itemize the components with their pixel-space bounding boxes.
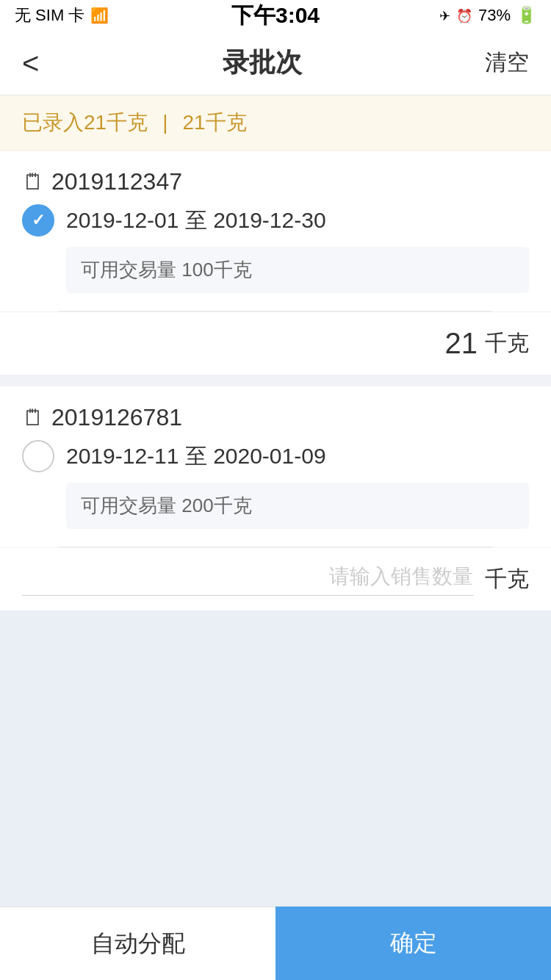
back-button[interactable]: < bbox=[22, 48, 39, 78]
batch-card-1: 🗒 2019112347 2019-12-01 至 2019-12-30 可用交… bbox=[0, 151, 551, 375]
alarm-icon bbox=[456, 6, 472, 25]
quantity-row-2: 请输入销售数量 千克 bbox=[0, 547, 551, 610]
section-separator bbox=[0, 375, 551, 386]
doc-icon-2: 🗒 bbox=[22, 406, 44, 430]
status-left: 无 SIM 卡 bbox=[15, 4, 109, 26]
batch-item-2: 🗒 2019126781 2019-12-11 至 2020-01-09 可用交… bbox=[0, 386, 551, 547]
doc-icon-1: 🗒 bbox=[22, 170, 44, 195]
nav-bar: < 录批次 清空 bbox=[0, 31, 551, 96]
recorded-amount: 已录入21千克 bbox=[22, 109, 148, 137]
status-time: 下午3:04 bbox=[231, 1, 320, 31]
main-content: 🗒 2019112347 2019-12-01 至 2019-12-30 可用交… bbox=[0, 151, 551, 980]
battery-icon: 🔋 bbox=[516, 6, 536, 25]
quantity-unit-1: 千克 bbox=[485, 328, 529, 359]
location-icon bbox=[439, 6, 450, 25]
check-circle-2[interactable] bbox=[22, 440, 54, 472]
batch-date-row-2: 2019-12-11 至 2020-01-09 bbox=[22, 440, 529, 472]
batch-date-2: 2019-12-11 至 2020-01-09 bbox=[66, 442, 326, 472]
check-circle-1[interactable] bbox=[22, 204, 54, 237]
batch-card-2: 🗒 2019126781 2019-12-11 至 2020-01-09 可用交… bbox=[0, 386, 551, 610]
status-bar: 无 SIM 卡 下午3:04 73% 🔋 bbox=[0, 0, 551, 31]
batch-date-row-1: 2019-12-01 至 2019-12-30 bbox=[22, 204, 529, 237]
batch-number-1: 2019112347 bbox=[51, 168, 182, 195]
batch-available-2: 可用交易量 200千克 bbox=[66, 483, 529, 529]
confirm-button[interactable]: 确定 bbox=[276, 907, 551, 980]
batch-item-1: 🗒 2019112347 2019-12-01 至 2019-12-30 可用交… bbox=[0, 151, 551, 311]
bottom-bar: 自动分配 确定 bbox=[0, 907, 551, 980]
batch-date-1: 2019-12-01 至 2019-12-30 bbox=[66, 206, 326, 236]
batch-header-1: 🗒 2019112347 bbox=[22, 168, 529, 195]
auto-distribute-button[interactable]: 自动分配 bbox=[0, 907, 276, 980]
quantity-value-1: 21 bbox=[445, 327, 478, 360]
banner-divider: | bbox=[162, 111, 168, 134]
quantity-input-wrapper-2: 请输入销售数量 bbox=[22, 563, 473, 596]
quantity-unit-2: 千克 bbox=[485, 564, 529, 594]
quantity-row-1: 21 千克 bbox=[0, 311, 551, 375]
batch-available-1: 可用交易量 100千克 bbox=[66, 247, 529, 293]
quantity-placeholder-2: 请输入销售数量 bbox=[329, 563, 473, 591]
battery-level: 73% bbox=[478, 6, 511, 25]
clear-button[interactable]: 清空 bbox=[485, 48, 529, 78]
batch-header-2: 🗒 2019126781 bbox=[22, 404, 529, 431]
batch-number-2: 2019126781 bbox=[51, 404, 182, 431]
empty-area bbox=[0, 610, 551, 926]
total-amount: 21千克 bbox=[182, 109, 246, 137]
status-right: 73% 🔋 bbox=[439, 6, 536, 25]
sim-label: 无 SIM 卡 bbox=[15, 4, 84, 26]
wifi-icon bbox=[90, 6, 109, 25]
info-banner: 已录入21千克 | 21千克 bbox=[0, 96, 551, 151]
page-title: 录批次 bbox=[223, 45, 302, 81]
